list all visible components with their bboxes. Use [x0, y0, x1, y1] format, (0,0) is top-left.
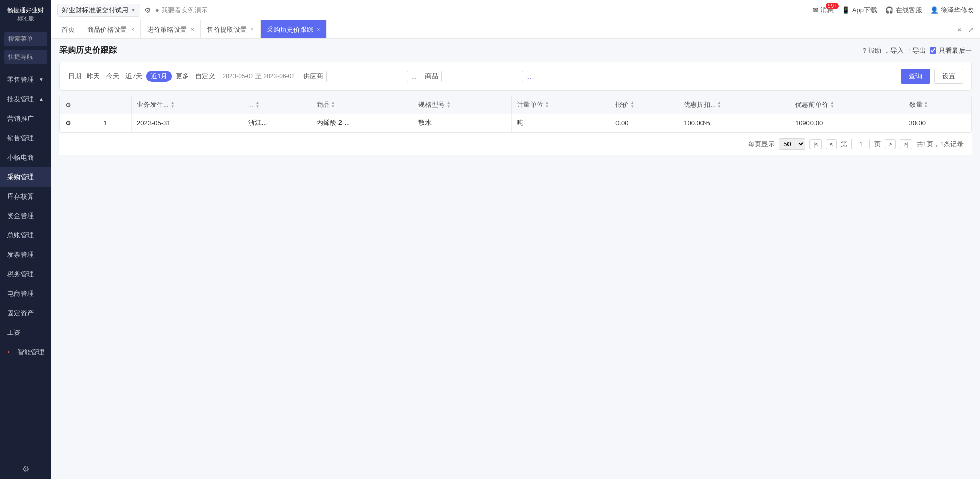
sidebar-item-marketing[interactable]: 营销推广 [0, 109, 51, 128]
table-header-date[interactable]: 业务发生...▲▼ [131, 96, 243, 114]
column-label: 报价 [615, 100, 629, 110]
prev-page-button[interactable]: < [826, 139, 837, 149]
column-label: 优惠折扣... [684, 100, 716, 110]
export-label: 导出 [912, 46, 926, 55]
sort-icon: ▲▼ [255, 101, 259, 109]
online-service-button[interactable]: 🎧 在线客服 [885, 6, 922, 15]
table-header-discount[interactable]: 优惠折扣...▲▼ [678, 96, 790, 114]
date-option-button[interactable]: 今天 [104, 71, 121, 82]
tab-home[interactable]: 首页 [55, 20, 81, 39]
sidebar-gear-button[interactable]: ⚙ [22, 464, 29, 474]
product-input[interactable] [441, 71, 523, 82]
sidebar-item-label: 零售管理 [7, 75, 34, 84]
mobile-icon: 📱 [842, 6, 850, 14]
headset-icon: 🎧 [885, 6, 893, 14]
table-header-index [98, 96, 132, 114]
settings-button[interactable]: 设置 [934, 69, 963, 84]
date-option-button[interactable]: 昨天 [84, 71, 102, 82]
sidebar-item-fixed_assets[interactable]: 固定资产 [0, 303, 51, 323]
tab-close-icon[interactable]: × [251, 27, 254, 32]
quick-nav-button[interactable]: 快捷导航 [4, 50, 47, 64]
messages-button[interactable]: ✉ 消息 99+ [813, 6, 834, 15]
tab-close-icon[interactable]: × [317, 27, 321, 32]
sidebar-item-sales[interactable]: 销售管理 [0, 128, 51, 148]
query-button[interactable]: 查询 [901, 69, 930, 84]
sidebar-item-tax[interactable]: 税务管理 [0, 265, 51, 284]
cell-unit: 吨 [512, 114, 610, 132]
last-page-button[interactable]: >| [900, 139, 912, 149]
cell-quote: 0.00 [610, 114, 678, 132]
app-edition: 标准版 [4, 15, 47, 23]
import-button[interactable]: ↓ 导入 [885, 46, 904, 55]
topbar: 好业财标准版交付试用 ▼ ⚙ ● 我要看实例演示 ✉ 消息 99+ 📱 App下… [51, 0, 980, 20]
tab-close-icon[interactable]: × [191, 27, 194, 32]
table-row[interactable]: ⚙12023-05-31浙江...丙烯酸-2-...散水吨0.00100.00%… [60, 114, 971, 132]
column-label: 商品 [316, 100, 330, 110]
search-menu-button[interactable]: 搜索菜单 [4, 32, 47, 46]
table-header-unit[interactable]: 计量单位▲▼ [512, 96, 610, 114]
only-last-checkbox[interactable] [930, 47, 936, 54]
sidebar-item-wholesale[interactable]: 批发管理▲ [0, 90, 51, 109]
tab-label: 商品价格设置 [87, 25, 127, 34]
sidebar-item-purchase[interactable]: 采购管理 [0, 167, 51, 187]
date-option-button[interactable]: 更多 [174, 71, 191, 82]
cell-spec: 散水 [413, 114, 512, 132]
per-page-select[interactable]: 2050100200 [779, 138, 805, 150]
column-label: 计量单位 [517, 100, 543, 110]
table-body: ⚙12023-05-31浙江...丙烯酸-2-...散水吨0.00100.00%… [60, 114, 971, 132]
page-input[interactable]: 1 [851, 139, 870, 149]
date-option-button[interactable]: 近1月 [146, 71, 172, 82]
sidebar-item-label: 发票管理 [7, 250, 34, 259]
export-button[interactable]: ↑ 导出 [908, 46, 926, 55]
supplier-more-button[interactable]: ... [411, 73, 417, 80]
tabs-close-button[interactable]: × [955, 24, 964, 36]
tab-sale_price[interactable]: 售价提取设置× [201, 20, 261, 39]
sidebar-item-invoice[interactable]: 发票管理 [0, 245, 51, 265]
sidebar-item-payroll[interactable]: 工资 [0, 323, 51, 342]
cell-col3: 浙江... [243, 114, 311, 132]
table-header-quantity[interactable]: 数量▲▼ [904, 96, 971, 114]
filter-bar: 日期 昨天今天近7天近1月更多自定义 2023-05-02 至 2023-06-… [59, 62, 972, 91]
product-filter: 商品 ... [425, 71, 532, 82]
only-last-label[interactable]: 只看最后一 [939, 46, 972, 55]
user-icon: 👤 [930, 6, 939, 14]
user-menu-button[interactable]: 👤 徐泽华修改 [930, 6, 974, 15]
next-page-button[interactable]: > [885, 139, 896, 149]
pagination: 每页显示 2050100200 |< < 第 1 页 > >| 共1页，1条记录 [59, 133, 972, 155]
sidebar-item-label: 批发管理 [7, 95, 34, 104]
date-option-button[interactable]: 近7天 [123, 71, 144, 82]
table-header-pre_discount_price[interactable]: 优惠前单价▲▼ [790, 96, 904, 114]
product-more-button[interactable]: ... [526, 73, 532, 80]
first-page-button[interactable]: |< [809, 139, 822, 149]
date-buttons: 昨天今天近7天近1月更多自定义 [84, 71, 217, 82]
help-button[interactable]: ? 帮助 [863, 46, 881, 55]
sidebar-item-retail[interactable]: 零售管理▼ [0, 70, 51, 90]
sidebar: 畅捷通好业财 标准版 搜索菜单 快捷导航 零售管理▼批发管理▲营销推广销售管理小… [0, 0, 51, 479]
date-option-button[interactable]: 自定义 [193, 71, 217, 82]
sidebar-item-smart[interactable]: 智能管理 [0, 342, 51, 362]
sidebar-item-ledger[interactable]: 总账管理 [0, 226, 51, 245]
table-header-col3[interactable]: ...▲▼ [243, 96, 311, 114]
sidebar-item-ecommerce_small[interactable]: 小畅电商 [0, 148, 51, 167]
tab-purchase_strategy[interactable]: 进价策略设置× [141, 20, 201, 39]
cell-date: 2023-05-31 [131, 114, 243, 132]
table-header-product[interactable]: 商品▲▼ [311, 96, 413, 114]
supplier-filter: 供应商 ... [303, 71, 417, 82]
sidebar-item-finance[interactable]: 资金管理 [0, 206, 51, 226]
app-download-button[interactable]: 📱 App下载 [842, 6, 877, 15]
tab-close-icon[interactable]: × [131, 27, 134, 32]
tab-history_price[interactable]: 采购历史价跟踪× [261, 20, 327, 39]
supplier-input[interactable] [326, 71, 408, 82]
tab-label: 售价提取设置 [207, 25, 247, 34]
edition-selector[interactable]: 好业财标准版交付试用 ▼ [57, 4, 140, 17]
tabs-maximize-button[interactable]: ⤢ [966, 24, 976, 36]
demo-button[interactable]: ● 我要看实例演示 [155, 6, 208, 15]
table-header-price[interactable]: 报价▲▼ [610, 96, 678, 114]
filter-actions: 查询 设置 [901, 69, 963, 84]
sidebar-item-ecommerce[interactable]: 电商管理 [0, 284, 51, 303]
topbar-settings-button[interactable]: ⚙ [144, 6, 151, 14]
column-label: 优惠前单价 [795, 100, 828, 110]
sidebar-item-inventory[interactable]: 库存核算 [0, 187, 51, 206]
tab-price[interactable]: 商品价格设置× [81, 20, 141, 39]
table-header-spec[interactable]: 规格型号▲▼ [413, 96, 512, 114]
